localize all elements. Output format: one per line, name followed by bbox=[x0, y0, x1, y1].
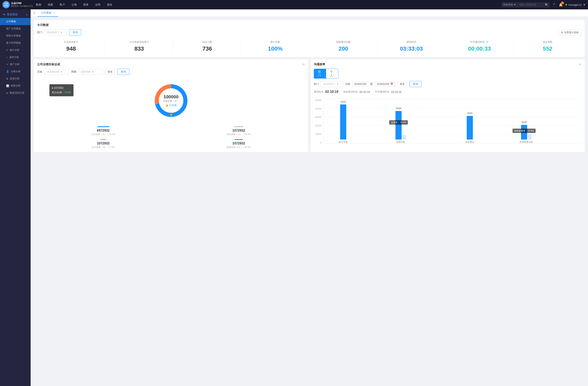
date-from-value: 2018/01/08 bbox=[354, 83, 366, 85]
tab-close-icon[interactable]: ✕ bbox=[53, 11, 55, 14]
query-button[interactable]: 查询 bbox=[69, 29, 81, 36]
sidebar-item-label: 渠道分析 bbox=[10, 77, 20, 80]
eff-date-from[interactable]: 2018/01/08 bbox=[352, 82, 368, 86]
goal-query-button[interactable]: 查询 bbox=[117, 69, 129, 75]
stat-bar-should bbox=[100, 139, 106, 140]
nav-item-public[interactable]: 公海 bbox=[69, 2, 80, 8]
tab-company-board[interactable]: 公司看板 ✕ bbox=[38, 9, 58, 17]
user-dropdown-icon[interactable]: ▼ bbox=[583, 3, 586, 6]
panel-title: 公司业绩目标达成 bbox=[37, 63, 60, 66]
metric-first-consult: 今日首咨客户 948 bbox=[37, 39, 105, 54]
eff-dept-arrow: ▼ bbox=[336, 83, 339, 85]
metric-label: 通话时长 bbox=[379, 40, 444, 44]
eff-dept-select[interactable]: 请选择部门 ▼ bbox=[321, 81, 343, 87]
sidebar-item-label: 公司看板 bbox=[6, 20, 16, 23]
annotation-connect-rate: 接通率：70.9% bbox=[389, 120, 408, 125]
avg-duration-label: 平均通话时长 bbox=[375, 90, 390, 94]
dept-select-arrow: ▼ bbox=[60, 31, 63, 34]
search-type[interactable]: 手机号码 ▼ bbox=[503, 3, 516, 6]
settings-icon: ⚙ bbox=[561, 31, 563, 34]
stat-value-uncompleted: 1072932 bbox=[173, 129, 305, 132]
bar-group-connect: 35000 接通率：70.9% 接通次数 bbox=[396, 111, 406, 144]
eff-panel-title: 沟通效率 bbox=[314, 63, 325, 66]
sidebar-header[interactable]: ▼ 数据看板 ∧ bbox=[0, 11, 31, 18]
main-layout: ▼ 数据看板 ∧ 公司看板 推广主管看板 销售主管看板 客户经理看板 ▽ 漏斗分… bbox=[0, 9, 588, 386]
sidebar-item-funnel[interactable]: ▽ 漏斗分析 bbox=[0, 46, 31, 54]
bar-group-dial: 43000 拨打次数 bbox=[339, 104, 348, 144]
nav-item-finance[interactable]: 财务 bbox=[81, 2, 91, 8]
goal-panel: 公司业绩目标达成 ⟳ 目标 请选择目标 ▼ 周期 选择周期 ▼ bbox=[34, 59, 308, 152]
eff-date-to[interactable]: 2018/01/08 📅 bbox=[375, 82, 395, 86]
eff-query-button[interactable]: 查询 bbox=[409, 81, 421, 87]
eff-reset-button[interactable]: 重置 bbox=[397, 81, 407, 87]
bar-label-35000: 35000 bbox=[396, 107, 401, 110]
menu-icon[interactable]: ☰ bbox=[33, 11, 36, 15]
metric-value: 03:33:03 bbox=[379, 45, 444, 52]
sidebar-item-flow[interactable]: ⇄ 数据流转记录 bbox=[0, 89, 31, 96]
user-status-dot bbox=[565, 4, 567, 5]
calendar-icon: 📅 bbox=[390, 83, 393, 85]
eff-filter: 部门 请选择部门 ▼ 日期 2018/01/08 至 2018/01/08 📅 bbox=[314, 81, 582, 87]
sidebar-item-company[interactable]: 公司看板 bbox=[0, 18, 31, 25]
eff-dept-placeholder: 请选择部门 bbox=[323, 82, 335, 86]
bar-label-29000: 29000 bbox=[467, 112, 473, 115]
metric-value: 00:00:33 bbox=[447, 45, 512, 52]
search-input[interactable] bbox=[519, 3, 544, 6]
metric-value: 200 bbox=[311, 45, 376, 52]
settings-button[interactable]: ⚙ 设置显示指标 bbox=[558, 30, 582, 36]
sidebar-item-sales-mgr[interactable]: 销售主管看板 bbox=[0, 32, 31, 39]
refresh-icon[interactable]: ⟳ bbox=[302, 63, 305, 66]
eff-duration-label: 有效通话时长 bbox=[343, 90, 358, 94]
eff-panel-header: 沟通效率 ⟳ bbox=[314, 63, 582, 66]
metric-dial: 拨打次数 100% bbox=[241, 39, 309, 54]
metric-value: 100% bbox=[243, 45, 308, 52]
period-placeholder: 选择周期 bbox=[81, 70, 90, 74]
nav-item-customers[interactable]: 客户 bbox=[57, 2, 68, 8]
bar-chart: 50000 40000 30000 20000 10000 0 bbox=[314, 97, 582, 144]
dept-select[interactable]: 请选择部门 ▼ bbox=[44, 30, 67, 36]
dept-placeholder: 请选择部门 bbox=[47, 31, 59, 34]
sidebar-item-promo-mgr[interactable]: 推广主管看板 bbox=[0, 25, 31, 32]
efficiency-panel: 沟通效率 ⟳ 部门 个人 部门 请选择部门 ▼ 日期 bbox=[311, 59, 585, 152]
nav-item-signup[interactable]: 报名 bbox=[104, 2, 115, 8]
stat-label-should: 应完成量（元）｜8.9% bbox=[37, 146, 169, 149]
goal-select[interactable]: 请选择目标 ▼ bbox=[44, 69, 69, 75]
goal-stat-exceed: 1072932 超额完成（元）｜89.9% bbox=[173, 139, 305, 149]
bar-dial-main bbox=[340, 104, 346, 139]
eff-tab-group: 部门 个人 bbox=[314, 69, 338, 78]
eff-refresh-icon[interactable]: ⟳ bbox=[579, 63, 582, 66]
today-data-section: 今日数据 部门 请选择部门 ▼ 查询 ⚙ 设置显示指标 今日首咨客户 bbox=[34, 20, 585, 57]
sidebar-item-channel[interactable]: ⊕ 渠道分析 bbox=[0, 75, 31, 82]
sidebar-item-promo[interactable]: ↗ 推广分析 bbox=[0, 61, 31, 68]
tab-person[interactable]: 个人 bbox=[326, 69, 338, 78]
user-info[interactable]: manager11 ▼ bbox=[565, 3, 586, 6]
bar-label-effective: 有效通话 bbox=[465, 141, 474, 144]
notification-icon[interactable]: 🔔 5 bbox=[559, 3, 563, 7]
nav-item-data[interactable]: 数据 bbox=[33, 2, 44, 8]
metric-value: 833 bbox=[107, 45, 171, 52]
stat-label-exceed: 超额完成（元）｜89.9% bbox=[173, 146, 305, 149]
sidebar-item-visitor[interactable]: 👤 访客分析 bbox=[0, 68, 31, 75]
tab-bar: ☰ 公司看板 ✕ bbox=[31, 9, 588, 17]
goal-filter-row: 目标 请选择目标 ▼ 周期 选择周期 ▼ 重置 查询 bbox=[37, 69, 305, 75]
metrics-row: 今日首咨客户 948 今日有效首咨客户 833 回访人数 736 拨打次数 10… bbox=[37, 39, 582, 54]
device-icon[interactable]: 📱 bbox=[552, 3, 556, 7]
filter-row: 部门 请选择部门 ▼ 查询 ⚙ 设置显示指标 bbox=[37, 29, 582, 36]
nav-item-ops[interactable]: 运营 bbox=[92, 2, 103, 8]
stat-value-completed: 8972932 bbox=[37, 129, 169, 132]
sidebar-item-cost[interactable]: ○ 成本分析 bbox=[0, 54, 31, 61]
sidebar-item-sales[interactable]: 📊 销售分析 bbox=[0, 82, 31, 89]
metric-label: 今日首咨客户 bbox=[39, 40, 103, 44]
goal-reset-button[interactable]: 重置 bbox=[105, 69, 115, 75]
nav-item-leads[interactable]: 线索 bbox=[45, 2, 56, 8]
sidebar-item-label: 销售分析 bbox=[11, 84, 21, 88]
search-button[interactable]: 🔍 bbox=[545, 3, 548, 6]
tab-dept[interactable]: 部门 bbox=[314, 69, 326, 78]
y-label-0: 0 bbox=[314, 141, 321, 144]
sidebar-item-customer-mgr[interactable]: 客户经理看板 bbox=[0, 39, 31, 46]
sidebar-collapse-icon[interactable]: ∧ bbox=[26, 13, 28, 16]
logo-text: 云朵CRM 教育机构一站式服务云平台 bbox=[11, 2, 33, 7]
period-select-arrow: ▼ bbox=[92, 71, 94, 73]
eff-dept-label: 部门 bbox=[314, 82, 319, 86]
period-select[interactable]: 选择周期 ▼ bbox=[78, 69, 103, 75]
